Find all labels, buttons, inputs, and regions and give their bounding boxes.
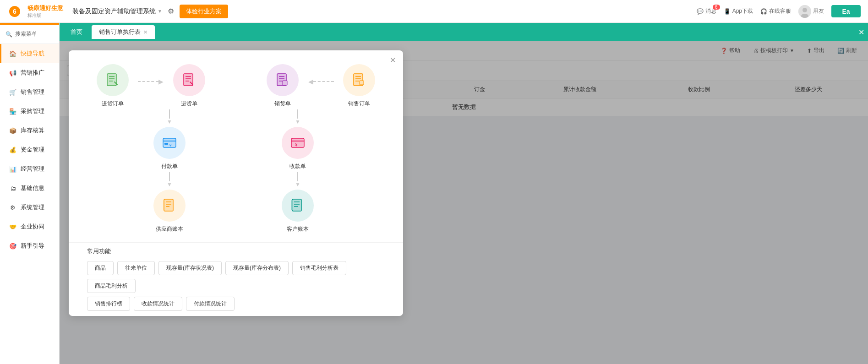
quick-btn-receipt-stats[interactable]: 收款情况统计 [134, 297, 182, 311]
quick-section: 常用功能 商品 往来单位 现存量(库存状况表) 现存量(库存分布表) 销售毛利分… [69, 242, 403, 316]
tab-sales-order-exec[interactable]: 销售订单执行表 ✕ [92, 25, 155, 39]
customer-account-label: 客户账本 [287, 225, 309, 233]
flow-node-sales-bill[interactable]: 销货单 [257, 64, 308, 108]
sidebar-item-enterprise[interactable]: 🤝 企业协同 [0, 217, 59, 236]
new-guide-icon: 🎯 [9, 242, 17, 250]
quick-btn-product[interactable]: 商品 [87, 261, 114, 275]
logo-text-block: 畅康通好生意 标准版 [27, 4, 63, 19]
quick-btn-inventory-dist[interactable]: 现存量(库存分布表) [225, 261, 289, 275]
flow-node-payment[interactable]: ¥ 付款单 [142, 127, 197, 170]
gear-icon[interactable]: ⚙ [168, 7, 174, 16]
service-icon: 🎧 [760, 8, 767, 15]
flow-node-sales-order[interactable]: 销售订单 [334, 64, 385, 108]
quick-title: 常用功能 [87, 247, 385, 255]
svg-text:6: 6 [13, 8, 16, 15]
sidebar-item-quick-nav[interactable]: 🏠 快捷导航 [0, 44, 59, 63]
app-download-btn[interactable]: 📱 App下载 [724, 7, 753, 15]
sidebar-item-basic-info[interactable]: 🗂 基础信息 [0, 179, 59, 198]
operations-label: 经营管理 [21, 165, 44, 173]
quick-btn-payment-stats[interactable]: 付款情况统计 [186, 297, 235, 311]
quick-btn-inventory-status[interactable]: 现存量(库存状况表) [158, 261, 222, 275]
flow-section: 进货订单 ▶ [69, 50, 403, 242]
content-area: 首页 销售订单执行表 ✕ ✕ ❓ 帮助 🖨 [60, 23, 868, 364]
tab-home-label: 首页 [71, 28, 82, 36]
sidebar-item-new-guide[interactable]: 🎯 新手引导 [0, 236, 59, 255]
sidebar-search-area[interactable]: 🔍 搜索菜单 [0, 25, 59, 44]
user-area[interactable]: 用友 [798, 5, 824, 18]
tab-close-icon[interactable]: ✕ [143, 29, 147, 35]
modal-overlay[interactable]: ✕ [60, 41, 868, 364]
svg-rect-17 [283, 81, 287, 85]
svg-text:¥: ¥ [169, 143, 172, 147]
ea-badge: Ea [831, 5, 861, 17]
sidebar-item-inventory[interactable]: 📦 库存核算 [0, 121, 59, 140]
inventory-icon: 📦 [9, 126, 17, 135]
tab-bar: 首页 销售订单执行表 ✕ ✕ [60, 23, 868, 41]
system-name-area[interactable]: 装备及固定资产辅助管理系统 ▼ [72, 7, 162, 16]
quick-btn-product-profit[interactable]: 商品毛利分析 [87, 279, 136, 293]
payment-label: 付款单 [161, 163, 178, 170]
sidebar-item-system[interactable]: ⚙ 系统管理 [0, 198, 59, 217]
app-name: 畅康通好生意 [27, 4, 63, 12]
sidebar: 🔍 搜索菜单 🏠 快捷导航 📢 营销推广 🛒 销售管理 🏪 [0, 23, 60, 364]
app-container: 6 畅康通好生意 标准版 装备及固定资产辅助管理系统 ▼ ⚙ 体验行业方案 💬 … [0, 0, 868, 364]
message-btn[interactable]: 💬 消息 6 [697, 7, 716, 15]
flow-row-2: ¥ 付款单 [87, 127, 385, 170]
online-service-label: 在线客服 [769, 7, 791, 15]
basic-info-icon: 🗂 [9, 184, 17, 192]
svg-rect-35 [292, 199, 301, 211]
quick-btn-sales-rank[interactable]: 销售排行榜 [87, 297, 130, 311]
svg-rect-30 [164, 199, 173, 211]
search-icon: 🔍 [5, 31, 12, 38]
message-badge: 6 [713, 5, 720, 10]
sidebar-item-sales[interactable]: 🛒 销售管理 [0, 82, 59, 102]
inner-content: ❓ 帮助 🖨 按模板打印 ▼ ⬆ 导出 🔄 刷新 [60, 41, 868, 364]
modal-box: ✕ [69, 50, 403, 316]
sidebar-item-operations[interactable]: 📊 经营管理 [0, 159, 59, 179]
experience-button[interactable]: 体验行业方案 [180, 5, 228, 18]
sidebar-item-finance[interactable]: 💰 资金管理 [0, 140, 59, 159]
user-name: 用友 [813, 7, 824, 15]
top-bar: 6 畅康通好生意 标准版 装备及固定资产辅助管理系统 ▼ ⚙ 体验行业方案 💬 … [0, 0, 868, 23]
search-label: 搜索菜单 [15, 30, 37, 38]
system-icon: ⚙ [9, 203, 17, 212]
flow-node-purchase-order[interactable]: 进货订单 [87, 64, 138, 108]
supplier-account-label: 供应商账本 [156, 225, 183, 233]
down-arrows-row: ▼ ▼ [87, 109, 385, 125]
receipt-circle: ¥ [282, 127, 314, 159]
online-service-btn[interactable]: 🎧 在线客服 [760, 7, 791, 15]
sidebar-item-purchase[interactable]: 🏪 采购管理 [0, 102, 59, 121]
sales-bill-label: 销货单 [274, 100, 291, 108]
marketing-icon: 📢 [9, 69, 17, 77]
purchase-icon: 🏪 [9, 107, 17, 115]
quick-btn-sales-profit[interactable]: 销售毛利分析表 [292, 261, 346, 275]
top-bar-left: 6 畅康通好生意 标准版 [7, 4, 63, 19]
flow-row-1: 进货订单 ▶ [87, 64, 385, 108]
close-content-icon[interactable]: ✕ [858, 28, 864, 37]
search-menu-item[interactable]: 🔍 搜索菜单 [4, 28, 55, 40]
quick-btn-partner[interactable]: 往来单位 [117, 261, 155, 275]
purchase-order-circle [97, 64, 129, 96]
quick-nav-icon: 🏠 [9, 49, 17, 58]
flow-node-customer-account[interactable]: 客户账本 [270, 190, 325, 233]
down-arrow-receipt: ▼ [270, 172, 325, 188]
logo-icon: 6 [7, 4, 22, 19]
download-icon: 📱 [724, 8, 731, 15]
sales-bill-circle [267, 64, 299, 96]
sales-icon: 🛒 [9, 88, 17, 96]
svg-rect-22 [360, 81, 364, 85]
flow-node-purchase-bill[interactable]: 进货单 [164, 64, 214, 108]
tab-sales-order-exec-label: 销售订单执行表 [99, 28, 141, 36]
flow-node-receipt[interactable]: ¥ 收款单 [270, 127, 325, 170]
avatar [798, 5, 811, 18]
supplier-account-circle [153, 190, 186, 222]
operations-icon: 📊 [9, 165, 17, 173]
down-arrow-sales: ▼ [270, 109, 325, 125]
modal-close-btn[interactable]: ✕ [390, 56, 396, 65]
svg-rect-39 [291, 200, 293, 210]
quick-buttons-row2: 销售排行榜 收款情况统计 付款情况统计 [87, 297, 385, 311]
payment-circle: ¥ [153, 127, 186, 159]
flow-node-supplier-account[interactable]: 供应商账本 [142, 190, 197, 233]
tab-home[interactable]: 首页 [63, 25, 90, 39]
sidebar-item-marketing[interactable]: 📢 营销推广 [0, 63, 59, 82]
